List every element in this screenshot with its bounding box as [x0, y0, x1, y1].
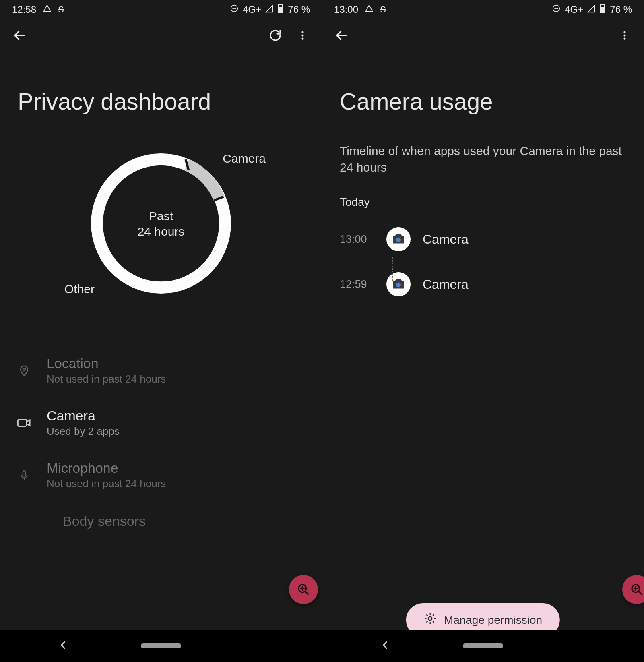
zoom-fab[interactable] [622, 575, 644, 604]
notification-triangle-icon [365, 4, 374, 15]
permission-title: Location [47, 356, 166, 371]
battery-icon [599, 4, 606, 16]
svg-point-7 [301, 34, 303, 36]
svg-rect-4 [279, 7, 282, 12]
camera-app-icon [386, 272, 411, 296]
back-button[interactable] [330, 24, 353, 47]
permission-row-location[interactable]: Location Not used in past 24 hours [16, 344, 306, 397]
timeline-time: 12:59 [340, 278, 374, 291]
svg-point-12 [23, 368, 25, 370]
svg-point-30 [396, 283, 401, 288]
timeline-time: 13:00 [340, 233, 374, 246]
usage-timeline: 13:00 Camera 12:59 Camera [322, 217, 644, 307]
notification-s-icon: S [380, 4, 386, 15]
dnd-icon [230, 4, 239, 15]
nav-back-button[interactable] [380, 640, 390, 652]
page-subtitle: Timeline of when apps used your Camera i… [322, 127, 644, 176]
toolbar [0, 19, 322, 52]
permission-row-camera[interactable]: Camera Used by 2 apps [16, 397, 306, 449]
camera-icon [16, 418, 32, 428]
svg-point-35 [429, 617, 432, 621]
notification-triangle-icon [43, 4, 52, 15]
usage-donut-chart: Past 24 hours Camera Other [0, 143, 322, 304]
svg-rect-23 [602, 4, 603, 5]
phone-screen-privacy-dashboard: 12:58 S 4G+ 76 % [0, 0, 322, 662]
chart-label-camera: Camera [223, 152, 266, 166]
timeline-entry[interactable]: 12:59 Camera [340, 262, 626, 307]
status-time: 12:58 [12, 4, 36, 15]
nav-home-pill[interactable] [141, 643, 181, 648]
gear-icon [424, 612, 437, 628]
navigation-bar [0, 630, 322, 662]
permission-row-body-sensors-peek[interactable]: Body sensors [16, 513, 306, 529]
timeline-connector [392, 257, 393, 281]
chart-center-line2: 24 hours [138, 223, 185, 239]
permission-title: Microphone [47, 460, 166, 476]
svg-rect-14 [23, 471, 26, 476]
timeline-app-name: Camera [423, 277, 469, 292]
toolbar [322, 19, 644, 52]
nav-back-button[interactable] [58, 640, 68, 652]
more-options-button[interactable] [291, 24, 314, 47]
phone-screen-camera-usage: 13:00 S 4G+ 76 % [322, 0, 644, 662]
permission-subtitle: Not used in past 24 hours [47, 478, 166, 490]
location-pin-icon [16, 363, 32, 378]
svg-point-6 [301, 31, 303, 33]
svg-point-28 [623, 38, 625, 40]
status-network: 4G+ [243, 4, 261, 15]
svg-line-32 [638, 591, 642, 594]
microphone-icon [16, 468, 32, 482]
svg-rect-3 [280, 4, 281, 5]
camera-app-icon [386, 227, 411, 251]
status-network: 4G+ [565, 4, 583, 15]
back-button[interactable] [8, 24, 31, 47]
page-title: Privacy dashboard [0, 52, 322, 127]
refresh-button[interactable] [264, 24, 287, 47]
page-title: Camera usage [322, 52, 644, 127]
zoom-fab[interactable] [289, 575, 318, 604]
svg-rect-13 [18, 420, 26, 426]
more-options-button[interactable] [613, 24, 636, 47]
status-bar: 12:58 S 4G+ 76 % [0, 0, 322, 19]
permission-subtitle: Used by 2 apps [47, 425, 120, 438]
timeline-app-name: Camera [423, 232, 469, 247]
chart-center-line1: Past [138, 209, 185, 224]
signal-icon [265, 4, 273, 15]
permission-list: Location Not used in past 24 hours Camer… [0, 304, 322, 529]
status-battery: 76 % [610, 4, 632, 15]
permission-subtitle: Not used in past 24 hours [47, 373, 166, 385]
chart-label-other: Other [64, 282, 95, 296]
svg-line-17 [305, 591, 308, 594]
notification-s-icon: S [58, 4, 64, 15]
status-time: 13:00 [334, 4, 358, 15]
nav-home-pill[interactable] [463, 643, 503, 648]
svg-point-26 [623, 31, 625, 33]
permission-title: Camera [47, 408, 120, 424]
svg-point-8 [301, 38, 303, 40]
svg-point-27 [623, 34, 625, 36]
battery-icon [277, 4, 284, 16]
dnd-icon [552, 4, 561, 15]
status-bar: 13:00 S 4G+ 76 % [322, 0, 644, 19]
svg-rect-24 [601, 7, 604, 12]
signal-icon [587, 4, 595, 15]
section-heading-today: Today [322, 176, 644, 217]
timeline-entry[interactable]: 13:00 Camera [340, 217, 626, 262]
manage-permission-label: Manage permission [444, 614, 542, 627]
status-battery: 76 % [288, 4, 310, 15]
navigation-bar [322, 630, 644, 662]
svg-point-29 [396, 238, 401, 242]
permission-row-microphone[interactable]: Microphone Not used in past 24 hours [16, 449, 306, 501]
